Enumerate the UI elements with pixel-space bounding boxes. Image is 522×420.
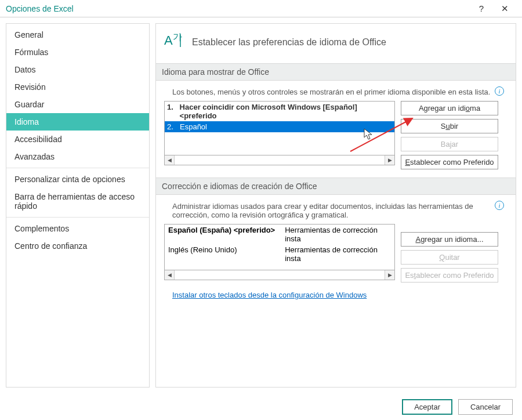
page-heading-row: A가 Establecer las preferencias de idioma… xyxy=(164,32,507,53)
sidebar-item-complementos[interactable]: Complementos xyxy=(6,220,149,237)
window-title: Opciones de Excel xyxy=(6,4,470,13)
page-heading: Establecer las preferencias de idioma de… xyxy=(192,37,386,48)
set-preferred-authoring-button[interactable]: Establecer como Preferido xyxy=(401,268,498,283)
list-item-status: Herramientas de corrección insta xyxy=(285,245,391,263)
titlebar: Opciones de Excel ? ✕ xyxy=(0,0,522,17)
sidebar-item-accesibilidad[interactable]: Accesibilidad xyxy=(6,131,149,148)
language-icon: A가 xyxy=(164,32,185,53)
info-icon[interactable]: i xyxy=(495,86,504,96)
list-item[interactable]: Español (España) <preferido> Herramienta… xyxy=(165,225,394,244)
list-item-text: Hacer coincidir con Microsoft Windows [E… xyxy=(180,103,392,120)
sidebar-separator xyxy=(6,217,149,218)
list-item[interactable]: Inglés (Reino Unido) Herramientas de cor… xyxy=(165,244,394,264)
add-authoring-language-button[interactable]: Agregar un idioma... xyxy=(401,232,498,247)
sidebar: General Fórmulas Datos Revisión Guardar … xyxy=(6,23,150,388)
sidebar-item-formulas[interactable]: Fórmulas xyxy=(6,44,149,61)
list-item-lang: Inglés (Reino Unido) xyxy=(168,245,285,263)
section-title-display-language: Idioma para mostrar de Office xyxy=(156,63,516,81)
section-desc-text: Los botones, menús y otros controles se … xyxy=(172,88,490,96)
scroll-right-icon[interactable]: ▶ xyxy=(385,270,394,280)
cancel-button[interactable]: Cancelar xyxy=(458,399,513,415)
ok-button[interactable]: Aceptar xyxy=(402,399,452,415)
list-item-selected[interactable]: 2. Español xyxy=(165,121,394,132)
help-button[interactable]: ? xyxy=(470,3,493,13)
sidebar-item-datos[interactable]: Datos xyxy=(6,61,149,78)
sidebar-item-personalizar-cinta[interactable]: Personalizar cinta de opciones xyxy=(6,171,149,188)
list-item-num: 2. xyxy=(167,122,180,131)
list-item[interactable]: 1. Hacer coincidir con Microsoft Windows… xyxy=(165,102,394,121)
horizontal-scrollbar[interactable]: ◀ ▶ xyxy=(164,270,395,280)
scroll-left-icon[interactable]: ◀ xyxy=(165,155,175,165)
sidebar-item-idioma[interactable]: Idioma xyxy=(6,113,149,131)
section-title-authoring-language: Corrección e idiomas de creación de Offi… xyxy=(156,178,516,195)
scroll-track[interactable] xyxy=(175,155,385,165)
svg-text:A: A xyxy=(164,33,173,48)
section-desc: Administrar idiomas usados para crear y … xyxy=(164,202,507,219)
dialog-footer: Aceptar Cancelar xyxy=(0,393,522,420)
remove-authoring-language-button[interactable]: Quitar xyxy=(401,250,498,265)
list-item-num: 1. xyxy=(167,103,180,120)
move-up-button[interactable]: Subir xyxy=(401,119,498,133)
content-panel: A가 Establecer las preferencias de idioma… xyxy=(155,23,516,388)
scroll-track[interactable] xyxy=(175,270,385,280)
set-preferred-display-button[interactable]: Establecer como Preferido xyxy=(401,155,498,169)
section-desc: Los botones, menús y otros controles se … xyxy=(164,88,507,96)
sidebar-item-barra-acceso-rapido[interactable]: Barra de herramientas de acceso rápido xyxy=(6,188,149,215)
list-item-text: Español xyxy=(180,122,207,131)
sidebar-item-centro-confianza[interactable]: Centro de confianza xyxy=(6,237,149,255)
list-item-status: Herramientas de corrección insta xyxy=(285,226,391,243)
move-down-button[interactable]: Bajar xyxy=(401,137,498,151)
close-button[interactable]: ✕ xyxy=(493,3,516,14)
info-icon[interactable]: i xyxy=(495,201,504,210)
horizontal-scrollbar[interactable]: ◀ ▶ xyxy=(164,155,395,165)
display-language-listbox[interactable]: 1. Hacer coincidir con Microsoft Windows… xyxy=(164,101,395,155)
section-desc-text: Administrar idiomas usados para crear y … xyxy=(172,202,473,219)
install-keyboards-link[interactable]: Instalar otros teclados desde la configu… xyxy=(172,291,367,299)
list-item-lang: Español (España) <preferido> xyxy=(168,226,285,243)
authoring-language-listbox[interactable]: Español (España) <preferido> Herramienta… xyxy=(164,224,395,270)
sidebar-item-guardar[interactable]: Guardar xyxy=(6,96,149,113)
sidebar-item-avanzadas[interactable]: Avanzadas xyxy=(6,148,149,165)
sidebar-separator xyxy=(6,168,149,168)
add-display-language-button[interactable]: Agregar un idioma xyxy=(401,101,498,115)
sidebar-item-revision[interactable]: Revisión xyxy=(6,78,149,96)
sidebar-item-general[interactable]: General xyxy=(6,26,149,44)
scroll-left-icon[interactable]: ◀ xyxy=(165,270,175,280)
scroll-right-icon[interactable]: ▶ xyxy=(385,155,394,165)
